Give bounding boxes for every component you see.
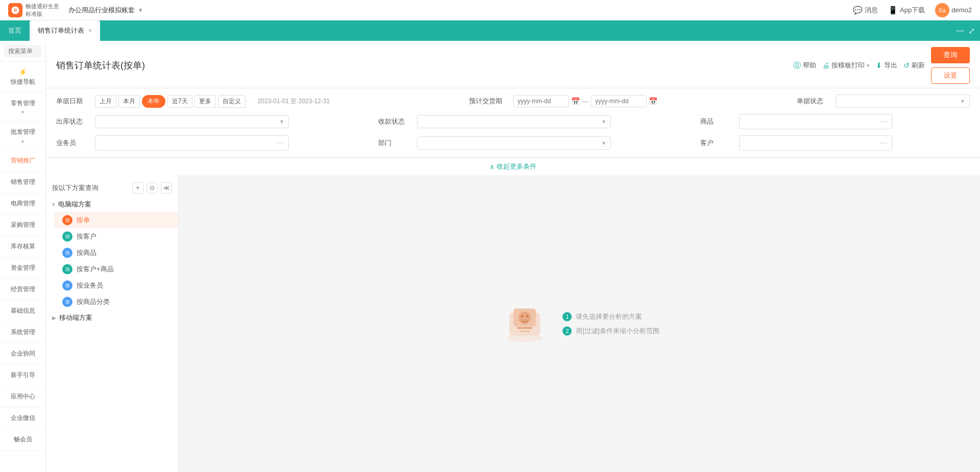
tab-sales-order[interactable]: 销售订单统计表 × bbox=[30, 20, 100, 41]
calendar-start-icon[interactable]: 📅 bbox=[571, 97, 580, 105]
salesperson-input[interactable]: ··· bbox=[95, 135, 289, 151]
customer-input[interactable]: ··· bbox=[739, 135, 892, 151]
sidebar-item-ecommerce[interactable]: 电商管理 bbox=[0, 193, 45, 215]
date-btn-custom[interactable]: 自定义 bbox=[218, 95, 246, 108]
sidebar-item-inventory[interactable]: 库存核算 bbox=[0, 236, 45, 257]
empty-hint-1: 1 请先选择要分析的方案 bbox=[562, 312, 659, 321]
order-status-chevron: ▾ bbox=[961, 98, 964, 105]
date-btn-more[interactable]: 更多 bbox=[194, 95, 216, 108]
tree-group-mobile[interactable]: ▶ 移动端方案 bbox=[46, 310, 178, 325]
print-icon: 🖨 bbox=[822, 61, 829, 69]
tree-item-by-customer-goods[interactable]: 按 按客户+商品 bbox=[54, 261, 178, 277]
user-area[interactable]: Ea demo2 bbox=[935, 3, 972, 17]
sidebar-item-retail[interactable]: 零售管理 ▾ bbox=[0, 93, 45, 122]
workspace-arrow[interactable]: ▾ bbox=[139, 6, 142, 14]
department-chevron: ▾ bbox=[602, 139, 605, 147]
workspace-title[interactable]: 办公用品行业模拟账套 bbox=[68, 6, 135, 15]
predicted-date-start[interactable] bbox=[513, 95, 569, 107]
content-area: 销售订单统计表(按单) ⓪ 帮助 🖨 按模板打印 ▾ ⬇ 导出 ↺ 刷新 bbox=[46, 41, 980, 472]
customer-dots-icon[interactable]: ··· bbox=[880, 138, 887, 148]
message-btn[interactable]: 💬 消息 bbox=[853, 6, 878, 15]
message-icon: 💬 bbox=[853, 6, 863, 15]
tree-item-by-order[interactable]: 按 按单 bbox=[54, 212, 178, 228]
calendar-end-icon[interactable]: 📅 bbox=[649, 97, 657, 105]
predicted-date-end[interactable] bbox=[591, 95, 647, 107]
left-panel-title: 按以下方案查询 bbox=[52, 183, 99, 193]
sidebar-item-appcenter[interactable]: 应用中心 bbox=[0, 386, 45, 408]
sidebar-item-operation[interactable]: 经营管理 bbox=[0, 279, 45, 300]
goods-dots-icon[interactable]: ··· bbox=[880, 117, 887, 126]
tree-item-by-goods[interactable]: 按 按商品 bbox=[54, 245, 178, 261]
department-label: 部门 bbox=[378, 138, 409, 148]
tree-item-by-customer[interactable]: 按 按客户 bbox=[54, 228, 178, 245]
shipment-label: 出库状态 bbox=[56, 117, 87, 126]
sidebar-item-wholesale[interactable]: 批发管理 ▴ bbox=[0, 122, 45, 150]
sidebar-item-finance[interactable]: 资金管理 bbox=[0, 257, 45, 279]
date-buttons: 上月 本月 本年 近7天 更多 自定义 bbox=[95, 95, 246, 108]
circle-dot-btn[interactable]: ⊙ bbox=[146, 182, 158, 194]
tab-right-icons: — ⤢ bbox=[956, 26, 980, 36]
query-button[interactable]: 查询 bbox=[931, 47, 970, 63]
date-btn-7days[interactable]: 近7天 bbox=[167, 95, 192, 108]
sidebar-item-marketing[interactable]: 营销推广 bbox=[0, 150, 45, 172]
sidebar-item-member[interactable]: 畅会员 bbox=[0, 429, 45, 451]
svg-point-5 bbox=[526, 315, 528, 317]
sidebar-item-purchase[interactable]: 采购管理 bbox=[0, 215, 45, 236]
tab-maximize-icon[interactable]: ⤢ bbox=[968, 26, 975, 36]
search-input[interactable] bbox=[4, 45, 41, 57]
tree-item-by-salesperson[interactable]: 按 按业务员 bbox=[54, 277, 178, 294]
refresh-btn[interactable]: ↺ 刷新 bbox=[903, 61, 925, 70]
order-status-select[interactable]: ▾ bbox=[836, 95, 970, 108]
sidebar-item-basic[interactable]: 基础信息 bbox=[0, 300, 45, 322]
left-right-layout: 按以下方案查询 + ⊙ ≪ ▾ 电脑端方案 按 bbox=[46, 175, 980, 472]
refresh-icon: ↺ bbox=[903, 61, 910, 69]
sidebar-item-enterprise[interactable]: 企业协同 bbox=[0, 343, 45, 365]
date-btn-last-month[interactable]: 上月 bbox=[95, 95, 116, 108]
print-btn[interactable]: 🖨 按模板打印 ▾ bbox=[822, 61, 870, 70]
by-salesperson-icon: 按 bbox=[62, 280, 72, 291]
tab-minimize-icon[interactable]: — bbox=[956, 26, 964, 35]
predicted-date-label: 预计交货期 bbox=[469, 97, 505, 106]
collapse-bar[interactable]: ∧ 收起更多条件 bbox=[46, 157, 980, 175]
sidebar-item-newbie[interactable]: 新手引导 bbox=[0, 365, 45, 386]
salesperson-label: 业务员 bbox=[56, 138, 87, 148]
app-download-btn[interactable]: 📱 App下载 bbox=[888, 6, 925, 15]
sidebar-item-quicknav[interactable]: ⚡ 快捷导航 bbox=[0, 62, 45, 93]
sidebar-item-sales[interactable]: 销售管理 bbox=[0, 172, 45, 193]
help-btn[interactable]: ⓪ 帮助 bbox=[793, 61, 816, 70]
department-select[interactable]: ▾ bbox=[417, 136, 611, 150]
page-header: 销售订单统计表(按单) ⓪ 帮助 🖨 按模板打印 ▾ ⬇ 导出 ↺ 刷新 bbox=[46, 41, 980, 88]
goods-input[interactable]: ··· bbox=[739, 114, 892, 129]
tab-home[interactable]: 首页 bbox=[0, 20, 30, 41]
date-btn-this-month[interactable]: 本月 bbox=[118, 95, 140, 108]
settings-button[interactable]: 设置 bbox=[931, 67, 970, 84]
customer-label: 客户 bbox=[700, 138, 731, 148]
tree-item-by-goods-category[interactable]: 按 按商品分类 bbox=[54, 294, 178, 310]
shipment-select[interactable]: ▾ bbox=[95, 115, 289, 128]
export-btn[interactable]: ⬇ 导出 bbox=[876, 61, 897, 70]
svg-rect-7 bbox=[520, 331, 530, 332]
tree-group-desktop[interactable]: ▾ 电脑端方案 bbox=[46, 197, 178, 212]
top-bar-left: 畅捷通好生意 标准版 办公用品行业模拟账套 ▾ bbox=[8, 3, 142, 17]
main-layout: ⚡ 快捷导航 零售管理 ▾ 批发管理 ▴ 营销推广 销售管理 电商管理 采购管理… bbox=[0, 41, 980, 472]
collection-select[interactable]: ▾ bbox=[417, 115, 611, 128]
top-bar: 畅捷通好生意 标准版 办公用品行业模拟账套 ▾ 💬 消息 📱 App下载 Ea … bbox=[0, 0, 980, 20]
date-range-display: 2023-01-01 至 2023-12-31 bbox=[258, 97, 330, 106]
salesperson-dots-icon[interactable]: ··· bbox=[277, 138, 283, 148]
mobile-group-arrow: ▶ bbox=[52, 315, 56, 321]
sidebar-item-wechat[interactable]: 企业微信 bbox=[0, 408, 45, 429]
by-goods-category-icon: 按 bbox=[62, 297, 72, 307]
wholesale-arrow: ▴ bbox=[21, 138, 24, 144]
print-chevron-icon: ▾ bbox=[867, 62, 870, 69]
sidebar-item-system[interactable]: 系统管理 bbox=[0, 322, 45, 343]
main-content-area: 1 请先选择要分析的方案 2 用[过滤]条件来缩小分析范围 bbox=[179, 175, 980, 472]
date-btn-this-year[interactable]: 本年 bbox=[142, 95, 165, 108]
collapse-up-icon: ∧ bbox=[489, 163, 495, 171]
add-scheme-btn[interactable]: + bbox=[132, 182, 143, 194]
filter-row-2: 出库状态 ▾ 收款状态 ▾ 商品 ··· bbox=[56, 114, 970, 129]
tree-group-desktop-items: 按 按单 按 按客户 按 按商品 bbox=[46, 212, 178, 310]
collapse-left-btn[interactable]: ≪ bbox=[161, 182, 172, 194]
left-panel: 按以下方案查询 + ⊙ ≪ ▾ 电脑端方案 按 bbox=[46, 175, 179, 472]
tab-close-icon[interactable]: × bbox=[88, 27, 92, 34]
date-label: 单据日期 bbox=[56, 97, 87, 106]
